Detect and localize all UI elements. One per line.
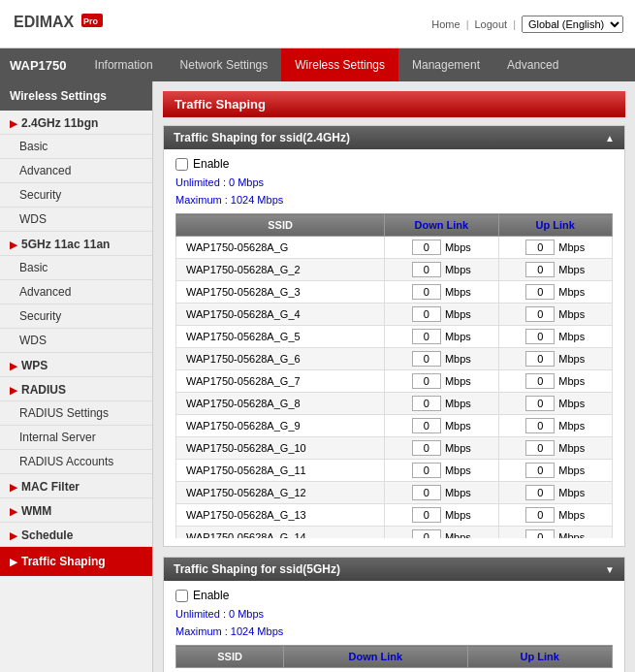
uplink-cell: Mbps bbox=[498, 504, 612, 527]
main-content: Traffic Shaping Traffic Shaping for ssid… bbox=[153, 81, 635, 672]
sidebar-section-wmm[interactable]: ▶ WMM bbox=[0, 498, 152, 523]
uplink-input[interactable] bbox=[525, 485, 555, 500]
sidebar-section-wps-label: WPS bbox=[21, 359, 48, 372]
uplink-cell: Mbps bbox=[498, 281, 612, 304]
sidebar-item-radius-accounts[interactable]: RADIUS Accounts bbox=[0, 450, 152, 474]
table-row: WAP1750-05628A_G_6 Mbps Mbps bbox=[176, 348, 613, 370]
downlink-input[interactable] bbox=[412, 418, 441, 433]
table-row: WAP1750-05628A_G Mbps Mbps bbox=[176, 237, 613, 259]
downlink-input[interactable] bbox=[412, 306, 441, 322]
nav-advanced[interactable]: Advanced bbox=[493, 48, 572, 81]
uplink-input[interactable] bbox=[525, 440, 555, 456]
sidebar-item-24-security[interactable]: Security bbox=[0, 183, 152, 208]
section-5ghz-header: Traffic Shaping for ssid(5GHz) ▼ bbox=[164, 558, 624, 581]
ssid-cell: WAP1750-05628A_G_11 bbox=[176, 460, 385, 482]
table-row: WAP1750-05628A_G_7 Mbps Mbps bbox=[176, 370, 613, 393]
downlink-input[interactable] bbox=[412, 507, 441, 523]
uplink-mbps: Mbps bbox=[558, 286, 585, 298]
uplink-cell: Mbps bbox=[498, 393, 612, 415]
sidebar-item-internal-server[interactable]: Internal Server bbox=[0, 426, 152, 450]
sidebar-item-24-advanced[interactable]: Advanced bbox=[0, 159, 152, 183]
sidebar-item-5-security[interactable]: Security bbox=[0, 304, 152, 329]
home-link[interactable]: Home bbox=[431, 18, 460, 30]
section-24ghz-title: Traffic Shaping for ssid(2.4GHz) bbox=[174, 131, 350, 144]
table-row: WAP1750-05628A_G_4 Mbps Mbps bbox=[176, 304, 613, 326]
downlink-input[interactable] bbox=[412, 396, 441, 411]
section-24ghz: Traffic Shaping for ssid(2.4GHz) ▲ Enabl… bbox=[163, 125, 625, 547]
downlink-cell: Mbps bbox=[385, 237, 498, 259]
uplink-input[interactable] bbox=[525, 284, 555, 300]
sidebar-item-5-advanced[interactable]: Advanced bbox=[0, 280, 152, 304]
nav-information[interactable]: Information bbox=[81, 48, 167, 81]
sidebar-item-radius-settings[interactable]: RADIUS Settings bbox=[0, 401, 152, 426]
traffic-table-24: SSID Down Link Up Link WAP1750-05628A_G … bbox=[175, 213, 613, 538]
uplink-input[interactable] bbox=[525, 396, 555, 411]
edimax-pro-logo: EDIMAX Pro bbox=[12, 8, 118, 35]
downlink-input[interactable] bbox=[412, 440, 441, 456]
downlink-mbps: Mbps bbox=[445, 331, 471, 342]
enable-label-5g: Enable bbox=[193, 589, 229, 602]
uplink-input[interactable] bbox=[525, 306, 555, 322]
nav-management[interactable]: Management bbox=[398, 48, 493, 81]
nav-network-settings[interactable]: Network Settings bbox=[167, 48, 282, 81]
arrow-icon-mac: ▶ bbox=[10, 482, 17, 493]
sidebar-item-traffic-shaping[interactable]: ▶ Traffic Shaping bbox=[0, 547, 152, 576]
uplink-cell: Mbps bbox=[498, 437, 612, 460]
uplink-input[interactable] bbox=[525, 262, 555, 277]
sidebar-section-mac-filter[interactable]: ▶ MAC Filter bbox=[0, 474, 152, 498]
header-right: Home | Logout | Global (English) bbox=[431, 16, 623, 33]
uplink-input[interactable] bbox=[525, 373, 555, 389]
table-scroll-area-24[interactable]: SSID Down Link Up Link WAP1750-05628A_G … bbox=[175, 208, 613, 538]
uplink-cell: Mbps bbox=[498, 348, 612, 370]
downlink-input[interactable] bbox=[412, 463, 441, 478]
downlink-mbps: Mbps bbox=[445, 264, 471, 275]
sidebar-item-5-wds[interactable]: WDS bbox=[0, 329, 152, 353]
enable-checkbox-5g[interactable] bbox=[175, 590, 188, 602]
enable-checkbox-24[interactable] bbox=[175, 158, 188, 171]
sidebar: Wireless Settings ▶ 2.4GHz 11bgn Basic A… bbox=[0, 81, 153, 672]
downlink-input[interactable] bbox=[412, 485, 441, 500]
ssid-cell: WAP1750-05628A_G_12 bbox=[176, 482, 385, 504]
uplink-input[interactable] bbox=[525, 463, 555, 478]
arrow-icon-wps: ▶ bbox=[10, 361, 17, 371]
uplink-input[interactable] bbox=[525, 240, 555, 255]
downlink-mbps: Mbps bbox=[445, 464, 471, 476]
downlink-input[interactable] bbox=[412, 351, 441, 367]
downlink-cell: Mbps bbox=[385, 504, 498, 527]
table-row: WAP1750-05628A_G_10 Mbps Mbps bbox=[176, 437, 613, 460]
language-select[interactable]: Global (English) bbox=[522, 16, 623, 33]
downlink-input[interactable] bbox=[412, 373, 441, 389]
sidebar-item-24-basic[interactable]: Basic bbox=[0, 135, 152, 159]
table-row: WAP1750-05628A_G_9 Mbps Mbps bbox=[176, 415, 613, 437]
sidebar-section-schedule[interactable]: ▶ Schedule bbox=[0, 523, 152, 547]
uplink-mbps: Mbps bbox=[558, 375, 585, 387]
scroll-indicator-5g: ▼ bbox=[605, 564, 615, 575]
downlink-input[interactable] bbox=[412, 240, 441, 255]
downlink-input[interactable] bbox=[412, 284, 441, 300]
sidebar-section-5ghz[interactable]: ▶ 5GHz 11ac 11an bbox=[0, 232, 152, 256]
downlink-input[interactable] bbox=[412, 329, 441, 344]
sidebar-section-5ghz-label: 5GHz 11ac 11an bbox=[21, 238, 110, 251]
section-24ghz-content: Enable Unlimited : 0 Mbps Maximum : 1024… bbox=[164, 149, 624, 546]
uplink-input[interactable] bbox=[525, 507, 555, 523]
arrow-icon-radius: ▶ bbox=[10, 385, 17, 396]
sidebar-item-24-wds[interactable]: WDS bbox=[0, 208, 152, 232]
logout-link[interactable]: Logout bbox=[474, 18, 507, 30]
sidebar-item-5-basic[interactable]: Basic bbox=[0, 256, 152, 280]
header: EDIMAX Pro Home | Logout | Global (Engli… bbox=[0, 0, 635, 48]
nav-wireless-settings[interactable]: Wireless Settings bbox=[281, 48, 398, 81]
ssid-cell: WAP1750-05628A_G_4 bbox=[176, 304, 385, 326]
downlink-input[interactable] bbox=[412, 529, 441, 538]
sidebar-section-wps[interactable]: ▶ WPS bbox=[0, 353, 152, 377]
uplink-input[interactable] bbox=[525, 418, 555, 433]
ssid-cell: WAP1750-05628A_G_13 bbox=[176, 504, 385, 527]
uplink-input[interactable] bbox=[525, 529, 555, 538]
uplink-input[interactable] bbox=[525, 351, 555, 367]
sidebar-title: Wireless Settings bbox=[0, 81, 152, 111]
navbar: WAP1750 Information Network Settings Wir… bbox=[0, 48, 635, 81]
sidebar-section-radius[interactable]: ▶ RADIUS bbox=[0, 377, 152, 401]
downlink-input[interactable] bbox=[412, 262, 441, 277]
enable-label-24: Enable bbox=[193, 157, 229, 171]
uplink-input[interactable] bbox=[525, 329, 555, 344]
sidebar-section-24ghz[interactable]: ▶ 2.4GHz 11bgn bbox=[0, 111, 152, 135]
